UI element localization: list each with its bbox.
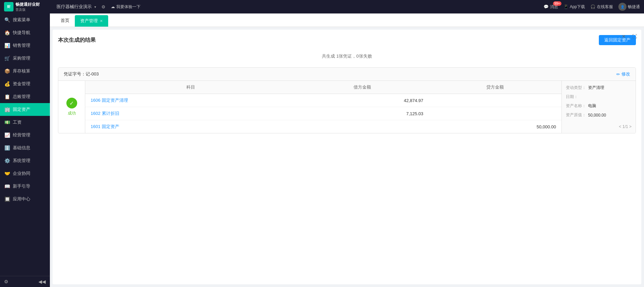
pagination[interactable]: < 1/1 > — [566, 124, 632, 129]
purchase-icon: 🛒 — [4, 55, 10, 61]
page-title: 本次生成的结果 — [58, 37, 96, 44]
sidebar-label-quicknav: 快捷导航 — [13, 30, 30, 36]
messages-badge: 99+ — [553, 1, 561, 6]
sidebar-item-payroll[interactable]: 💵 工资 — [0, 116, 50, 129]
edit-button[interactable]: ✏ 修改 — [616, 71, 630, 77]
summary-row: 共生成 1张凭证，0张失败 — [58, 51, 636, 62]
sidebar-item-guide[interactable]: 📖 新手引导 — [0, 180, 50, 193]
sidebar-item-cooperation[interactable]: 🤝 企业协同 — [0, 167, 50, 180]
sidebar-label-guide: 新手引导 — [13, 183, 30, 189]
sidebar-item-quicknav[interactable]: 🏠 快捷导航 — [0, 26, 50, 39]
search-icon: 🔍 — [4, 17, 10, 23]
sidebar-item-purchase[interactable]: 🛒 采购管理 — [0, 52, 50, 65]
voucher-header: 凭证字号：记-003 ✏ 修改 — [58, 68, 636, 81]
sidebar-item-basic[interactable]: ℹ️ 基础信息 — [0, 141, 50, 154]
avatar: 👤 — [618, 3, 626, 11]
sidebar-label-sales: 销售管理 — [13, 42, 30, 49]
voucher-status: ✓ 成功 — [58, 81, 85, 133]
ledger-icon: 📋 — [4, 94, 10, 100]
tabs-bar: 首页 资产管理 ✕ — [50, 13, 644, 27]
app-logo: 财 畅捷通好业财 普及版 — [4, 2, 54, 12]
voucher-data-table: 科目 借方金额 贷方金额 1606 固定资产清理 42,874.97 — [85, 81, 561, 133]
pagination-current: 1/1 — [622, 124, 629, 129]
dropdown-icon[interactable]: ▾ — [94, 5, 96, 9]
settings-icon[interactable]: ⚙ — [4, 279, 8, 284]
info-row-date: 日期： — [566, 94, 632, 100]
status-text: 成功 — [68, 110, 76, 116]
message-icon: 💬 — [544, 4, 549, 9]
basic-icon: ℹ️ — [4, 145, 10, 151]
edit-icon: ✏ — [616, 72, 620, 77]
asset-name-label: 资产名称： — [566, 103, 586, 109]
finance-icon: 💰 — [4, 81, 10, 87]
guide-icon: 📖 — [4, 183, 10, 189]
sidebar-label-purchase: 采购管理 — [13, 55, 30, 61]
sidebar-item-inventory[interactable]: 📦 库存核算 — [0, 65, 50, 77]
column-debit: 借方金额 — [296, 81, 429, 94]
sidebar-item-finance[interactable]: 💰 资金管理 — [0, 77, 50, 90]
topbar-right: 💬 消息 99+ 📱 App下载 🎧 在线客服 👤 畅捷通 — [544, 3, 640, 11]
collapse-icon[interactable]: ◀◀ — [38, 279, 46, 284]
row2-credit — [429, 107, 561, 120]
inventory-icon: 📦 — [4, 68, 10, 74]
column-credit: 贷方金额 — [429, 81, 561, 94]
sidebar-label-apps: 应用中心 — [13, 196, 30, 202]
panel-controls: ✕ ⛶ — [620, 32, 639, 40]
row3-debit — [296, 120, 429, 133]
voucher-block: 凭证字号：记-003 ✏ 修改 ✓ 成功 — [58, 67, 636, 133]
username: 畅捷通 — [628, 4, 640, 10]
sidebar-item-search[interactable]: 🔍 搜索菜单 — [0, 13, 50, 26]
user-menu[interactable]: 👤 畅捷通 — [618, 3, 640, 11]
row1-debit: 42,874.97 — [296, 94, 429, 107]
app-version: 普及版 — [16, 7, 40, 12]
content-area: 首页 资产管理 ✕ ✕ ⛶ 本次生成的结果 返回固定资产 共生成 1张凭证，0张… — [50, 13, 644, 287]
expand-panel-button[interactable]: ⛶ — [631, 32, 639, 40]
tab-close-icon[interactable]: ✕ — [100, 19, 103, 23]
sidebar-item-operations[interactable]: 📈 经营管理 — [0, 129, 50, 141]
home-icon: 🏠 — [4, 30, 10, 36]
gear-icon[interactable]: ⚙ — [99, 2, 108, 11]
voucher-body: ✓ 成功 科目 借方金额 贷方金额 — [58, 81, 636, 133]
app-name: 畅捷通好业财 — [16, 2, 40, 7]
row2-subject: 1602 累计折旧 — [85, 107, 296, 120]
apps-icon: 🔲 — [4, 196, 10, 202]
messages-btn[interactable]: 💬 消息 99+ — [544, 4, 558, 10]
table-row: 1601 固定资产 50,000.00 — [85, 120, 561, 133]
company-selector[interactable]: 医疗器械行业演示 ▾ ⚙ ☁ 我要体验一下 — [54, 2, 544, 11]
table-row: 1606 固定资产清理 42,874.97 — [85, 94, 561, 107]
sidebar-label-cooperation: 企业协同 — [13, 170, 30, 177]
tab-asset-management[interactable]: 资产管理 ✕ — [75, 15, 108, 27]
sidebar-item-system[interactable]: ⚙️ 系统管理 — [0, 154, 50, 167]
close-panel-button[interactable]: ✕ — [620, 32, 628, 40]
info-row-change-type: 变动类型： 资产清理 — [566, 85, 632, 91]
sidebar-item-fixed-assets[interactable]: 🏢 固定资产 — [0, 103, 50, 116]
summary-text: 共生成 1张凭证，0张失败 — [322, 54, 372, 59]
sidebar-item-apps[interactable]: 🔲 应用中心 — [0, 193, 50, 205]
fixed-assets-icon: 🏢 — [4, 106, 10, 113]
logo-icon: 财 — [4, 2, 13, 11]
trial-button[interactable]: ☁ 我要体验一下 — [111, 4, 141, 10]
sidebar-label-search: 搜索菜单 — [13, 17, 30, 23]
tab-home[interactable]: 首页 — [55, 15, 75, 27]
sidebar-label-basic: 基础信息 — [13, 145, 30, 151]
online-service-btn[interactable]: 🎧 在线客服 — [590, 4, 613, 10]
sidebar-bottom: ⚙ ◀◀ — [0, 276, 50, 287]
asset-value-value: 50,000.00 — [588, 113, 606, 118]
sidebar-label-operations: 经营管理 — [13, 132, 30, 138]
row1-subject: 1606 固定资产清理 — [85, 94, 296, 107]
company-name: 医疗器械行业演示 — [57, 4, 92, 10]
payroll-icon: 💵 — [4, 119, 10, 125]
app-download-btn[interactable]: 📱 App下载 — [563, 4, 585, 10]
side-info-panel: 变动类型： 资产清理 日期： 资产名称： 电脑 资产原值： — [561, 81, 636, 133]
pagination-prev[interactable]: < — [619, 124, 621, 129]
change-type-value: 资产清理 — [588, 85, 604, 91]
pagination-next[interactable]: > — [629, 124, 632, 129]
sales-icon: 📊 — [4, 42, 10, 49]
page-content: ✕ ⛶ 本次生成的结果 返回固定资产 共生成 1张凭证，0张失败 凭证字号：记-… — [53, 30, 641, 284]
asset-name-value: 电脑 — [588, 103, 596, 109]
sidebar-item-sales[interactable]: 📊 销售管理 — [0, 39, 50, 52]
sidebar-item-ledger[interactable]: 📋 总账管理 — [0, 90, 50, 103]
sidebar-label-system: 系统管理 — [13, 158, 30, 164]
row2-debit: 7,125.03 — [296, 107, 429, 120]
system-icon: ⚙️ — [4, 158, 10, 164]
